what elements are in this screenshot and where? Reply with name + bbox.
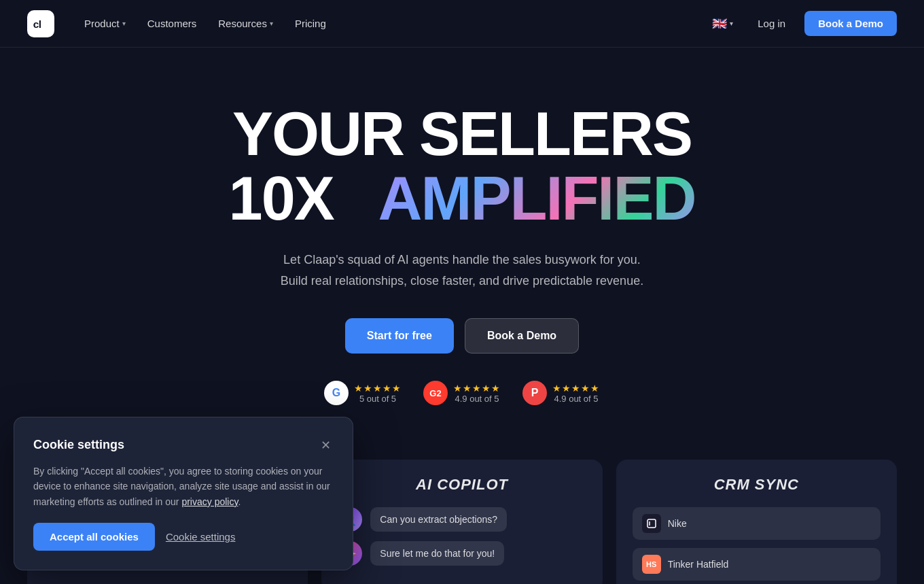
navbar-right: 🇬🇧 ▾ Log in Book a Demo bbox=[707, 11, 897, 36]
nav-item-pricing[interactable]: Pricing bbox=[287, 12, 334, 35]
hero-section: YOUR SELLERS 10X AMPLIFIED Let Claap's s… bbox=[0, 48, 924, 432]
ph-stars: ★★★★★ bbox=[552, 383, 600, 394]
chat-message-human: 👤 Can you extract objections? bbox=[338, 507, 586, 532]
ai-copilot-panel: AI COPILOT 👤 Can you extract objections?… bbox=[321, 460, 602, 584]
crm-item-nike: Nike bbox=[633, 507, 881, 540]
language-selector[interactable]: 🇬🇧 ▾ bbox=[707, 12, 739, 35]
product-hunt-logo: P bbox=[522, 381, 547, 405]
hero-title-10x: 10X bbox=[229, 165, 334, 233]
rating-product-hunt: P ★★★★★ 4.9 out of 5 bbox=[522, 381, 600, 405]
svg-rect-2 bbox=[647, 519, 656, 528]
login-button[interactable]: Log in bbox=[749, 12, 794, 35]
hero-title: YOUR SELLERS 10X AMPLIFIED bbox=[229, 102, 696, 230]
book-demo-nav-button[interactable]: Book a Demo bbox=[804, 11, 897, 36]
hero-subtitle: Let Claap's squad of AI agents handle th… bbox=[281, 250, 643, 291]
nav-links: Product ▾ Customers Resources ▾ Pricing bbox=[76, 12, 334, 35]
navbar-left: cl Product ▾ Customers Resources ▾ Prici… bbox=[27, 10, 334, 37]
cookie-header: Cookie settings ✕ bbox=[33, 436, 334, 454]
cookie-close-button[interactable]: ✕ bbox=[318, 436, 334, 454]
g2-stars: ★★★★★ bbox=[453, 383, 501, 394]
g2-logo: G2 bbox=[423, 381, 448, 405]
hero-title-amplified: AMPLIFIED bbox=[378, 165, 695, 233]
chevron-down-icon: ▾ bbox=[122, 20, 126, 27]
cookie-body: By clicking "Accept all cookies", you ag… bbox=[33, 464, 334, 509]
logo-icon: cl bbox=[27, 10, 54, 37]
cookie-banner: Cookie settings ✕ By clicking "Accept al… bbox=[14, 417, 353, 570]
ph-score: 4.9 out of 5 bbox=[552, 394, 600, 404]
accept-cookies-button[interactable]: Accept all cookies bbox=[33, 523, 155, 551]
crm-item-hubspot: HS Tinker Hatfield bbox=[633, 548, 881, 581]
human-message: Can you extract objections? bbox=[370, 507, 507, 532]
nav-item-product[interactable]: Product ▾ bbox=[76, 12, 134, 35]
ratings-row: G ★★★★★ 5 out of 5 G2 ★★★★★ 4.9 out of 5… bbox=[324, 381, 600, 405]
ai-message: Sure let me do that for you! bbox=[370, 541, 504, 566]
start-free-button[interactable]: Start for free bbox=[345, 318, 454, 354]
navbar: cl Product ▾ Customers Resources ▾ Prici… bbox=[0, 0, 924, 48]
nav-item-customers[interactable]: Customers bbox=[139, 12, 205, 35]
rating-g2: G2 ★★★★★ 4.9 out of 5 bbox=[423, 381, 501, 405]
logo[interactable]: cl bbox=[27, 10, 54, 37]
crm-sync-panel: CRM SYNC Nike HS Tinker Hatfield bbox=[616, 460, 897, 584]
google-logo: G bbox=[324, 381, 349, 405]
hubspot-icon: HS bbox=[642, 555, 661, 574]
lang-chevron-icon: ▾ bbox=[730, 20, 733, 27]
rating-google: G ★★★★★ 5 out of 5 bbox=[324, 381, 402, 405]
privacy-policy-link[interactable]: privacy policy bbox=[181, 496, 238, 507]
flag-icon: 🇬🇧 bbox=[712, 16, 727, 31]
cookie-title: Cookie settings bbox=[33, 438, 124, 452]
notion-icon bbox=[642, 514, 661, 533]
svg-text:cl: cl bbox=[33, 18, 41, 29]
nav-item-resources[interactable]: Resources ▾ bbox=[210, 12, 281, 35]
ai-copilot-title: AI COPILOT bbox=[338, 476, 586, 494]
chat-message-ai: ✨ Sure let me do that for you! bbox=[338, 541, 586, 566]
crm-sync-title: CRM SYNC bbox=[633, 476, 881, 494]
cookie-settings-button[interactable]: Cookie settings bbox=[166, 531, 236, 543]
chevron-down-icon-resources: ▾ bbox=[270, 20, 273, 27]
google-stars: ★★★★★ bbox=[354, 383, 402, 394]
g2-score: 4.9 out of 5 bbox=[453, 394, 501, 404]
google-score: 5 out of 5 bbox=[354, 394, 402, 404]
cookie-actions: Accept all cookies Cookie settings bbox=[33, 523, 334, 551]
hero-buttons: Start for free Book a Demo bbox=[345, 318, 579, 354]
book-demo-hero-button[interactable]: Book a Demo bbox=[465, 318, 579, 354]
